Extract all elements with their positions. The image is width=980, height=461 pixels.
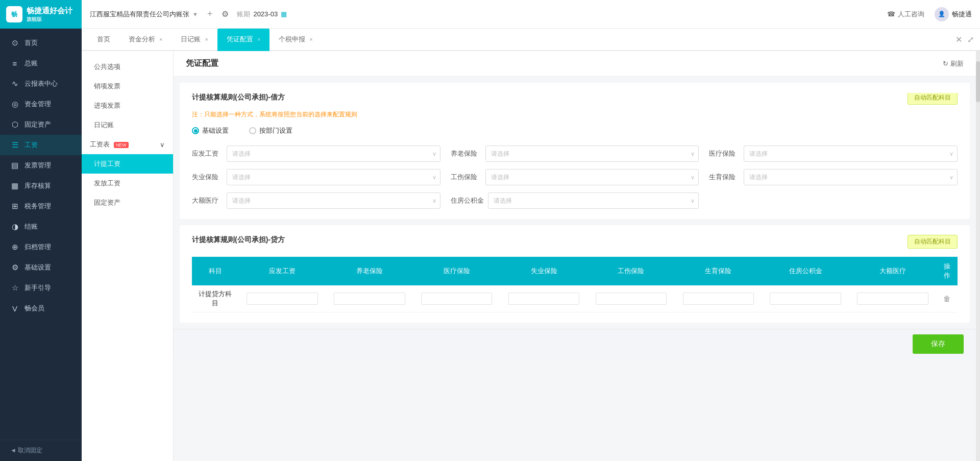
col-action: 操作 bbox=[936, 257, 958, 285]
service-label: 人工咨询 bbox=[898, 10, 924, 19]
cell-maternity-input[interactable] bbox=[683, 293, 754, 305]
cell-unemployment bbox=[500, 285, 587, 312]
debit-section-note: 注：只能选择一种方式，系统将按照您当前的选择来配置规则 bbox=[192, 110, 958, 119]
app-logo-icon: 畅 bbox=[6, 6, 22, 22]
inventory-icon: ▦ bbox=[10, 181, 19, 190]
housing-fund-select-wrapper: 请选择 ∨ bbox=[488, 192, 699, 209]
base-salary-select[interactable]: 请选择 bbox=[227, 145, 440, 162]
medical-select[interactable]: 请选择 bbox=[744, 145, 958, 162]
cell-base-salary bbox=[239, 285, 326, 312]
sidebar-item-home[interactable]: ⊙ 首页 bbox=[0, 33, 82, 53]
nav-purchase-invoice[interactable]: 进项发票 bbox=[82, 96, 173, 115]
main-area: 江西服宝精品有限责任公司内账张 ▼ + ⚙ 账期 2023-03 ▦ ☎ 人工咨… bbox=[82, 0, 980, 461]
settings-icon[interactable]: ⚙ bbox=[222, 9, 229, 19]
tab-funds-close[interactable]: × bbox=[159, 36, 162, 42]
housing-fund-select[interactable]: 请选择 bbox=[488, 192, 699, 209]
cell-work-injury bbox=[587, 285, 675, 312]
credit-table-head: 科目 应发工资 养老保险 医疗保险 失业保险 工伤保险 生育保险 住房公积金 大… bbox=[192, 257, 958, 285]
sidebar-item-vip[interactable]: V 畅会员 bbox=[0, 298, 82, 319]
scrollbar-track[interactable] bbox=[976, 51, 980, 461]
tab-voucher-config[interactable]: 凭证配置 × bbox=[217, 29, 270, 51]
cell-work-injury-input[interactable] bbox=[596, 293, 667, 305]
cell-housing-fund bbox=[762, 285, 849, 312]
radio-dept-circle bbox=[249, 127, 256, 134]
sidebar-logo[interactable]: 畅 畅捷通好会计 旗舰版 bbox=[0, 0, 82, 29]
sidebar-item-invoice[interactable]: ▤ 发票管理 bbox=[0, 155, 82, 176]
content-area: 公共选项 销项发票 进项发票 日记账 工资表 NEW ∨ 计提工资 bbox=[82, 51, 980, 461]
sidebar-item-assets[interactable]: ⬡ 固定资产 bbox=[0, 114, 82, 135]
company-selector[interactable]: 江西服宝精品有限责任公司内账张 ▼ bbox=[90, 10, 198, 19]
work-injury-select[interactable]: 请选择 bbox=[485, 169, 699, 185]
tab-funds[interactable]: 资金分析 × bbox=[119, 29, 172, 51]
add-account-button[interactable]: + bbox=[204, 8, 216, 20]
close-all-icon[interactable]: ✕ bbox=[955, 35, 962, 44]
refresh-icon: ↻ bbox=[943, 60, 948, 67]
credit-auto-match-button[interactable]: 自动匹配科目 bbox=[908, 235, 958, 249]
sidebar-item-ledger[interactable]: ≡ 总账 bbox=[0, 53, 82, 74]
unemployment-select[interactable]: 请选择 bbox=[227, 169, 440, 185]
maternity-select[interactable]: 请选择 bbox=[744, 169, 958, 185]
sidebar-unpin-button[interactable]: ◄ 取消固定 bbox=[0, 440, 82, 461]
period-value: 2023-03 bbox=[253, 10, 278, 18]
tab-tax-close[interactable]: × bbox=[309, 36, 312, 42]
sidebar: 畅 畅捷通好会计 旗舰版 ⊙ 首页 ≡ 总账 ∿ 云报表中心 ◎ 资金管理 ⬡ … bbox=[0, 0, 82, 461]
cell-maternity bbox=[675, 285, 762, 312]
period-selector[interactable]: 账期 2023-03 ▦ bbox=[237, 10, 287, 19]
sidebar-item-reports[interactable]: ∿ 云报表中心 bbox=[0, 74, 82, 94]
app-edition: 旗舰版 bbox=[27, 16, 72, 23]
main-content: 凭证配置 ↻ 刷新 自动匹配科目 计提核算规则(公司承担)-借方 注：只能选择一… bbox=[174, 51, 976, 461]
pension-select[interactable]: 请选择 bbox=[485, 145, 699, 162]
nav-calc-salary[interactable]: 计提工资 bbox=[82, 154, 173, 174]
service-button[interactable]: ☎ 人工咨询 bbox=[887, 10, 924, 19]
tab-home-label: 首页 bbox=[97, 35, 110, 44]
cell-large-medical-input[interactable] bbox=[857, 293, 928, 305]
cell-pension-input[interactable] bbox=[334, 293, 405, 305]
tab-tax-report[interactable]: 个税申报 × bbox=[270, 29, 322, 51]
form-item-maternity: 生育保险 请选择 ∨ bbox=[709, 169, 958, 185]
sidebar-item-salary[interactable]: ☰ 工资 bbox=[0, 135, 82, 155]
debit-auto-match-button[interactable]: 自动匹配科目 bbox=[908, 93, 958, 105]
maternity-label: 生育保险 bbox=[709, 173, 740, 182]
tax-icon: ⊞ bbox=[10, 202, 19, 211]
delete-row-button[interactable]: 🗑 bbox=[943, 295, 950, 303]
refresh-button[interactable]: ↻ 刷新 bbox=[943, 59, 964, 68]
nav-public[interactable]: 公共选项 bbox=[82, 57, 173, 77]
sidebar-item-archive[interactable]: ⊕ 归档管理 bbox=[0, 237, 82, 257]
cell-unemployment-input[interactable] bbox=[508, 293, 579, 305]
sidebar-item-funds[interactable]: ◎ 资金管理 bbox=[0, 94, 82, 114]
nav-journal[interactable]: 日记账 bbox=[82, 115, 173, 135]
save-button[interactable]: 保存 bbox=[913, 334, 964, 354]
sidebar-item-tax[interactable]: ⊞ 税务管理 bbox=[0, 196, 82, 216]
sidebar-item-inventory[interactable]: ▦ 库存核算 bbox=[0, 176, 82, 196]
sidebar-item-basic[interactable]: ⚙ 基础设置 bbox=[0, 257, 82, 278]
radio-basic[interactable]: 基础设置 bbox=[192, 126, 229, 135]
nav-fixed-assets[interactable]: 固定资产 bbox=[82, 193, 173, 212]
sidebar-item-settle[interactable]: ◑ 结账 bbox=[0, 216, 82, 237]
tab-home[interactable]: 首页 bbox=[88, 29, 119, 51]
app-name-wrap: 畅捷通好会计 旗舰版 bbox=[27, 6, 72, 23]
scrollbar-thumb[interactable] bbox=[976, 61, 980, 102]
tab-voucher-close[interactable]: × bbox=[257, 36, 260, 42]
base-salary-select-wrapper: 请选择 ∨ bbox=[227, 145, 440, 162]
expand-icon[interactable]: ⤢ bbox=[967, 35, 974, 44]
cell-housing-fund-input[interactable] bbox=[770, 293, 841, 305]
tab-journal[interactable]: 日记账 × bbox=[172, 29, 217, 51]
nav-salary-table-group[interactable]: 工资表 NEW ∨ bbox=[82, 135, 173, 154]
large-medical-select[interactable]: 请选择 bbox=[227, 192, 440, 209]
row-label: 计提贷方科目 bbox=[192, 285, 239, 312]
cell-medical-input[interactable] bbox=[421, 293, 492, 305]
user-menu[interactable]: 👤 畅捷通 bbox=[935, 7, 972, 21]
nav-sales-invoice[interactable]: 销项发票 bbox=[82, 77, 173, 96]
salary-icon: ☰ bbox=[10, 140, 19, 150]
medical-label: 医疗保险 bbox=[709, 149, 740, 158]
pension-label: 养老保险 bbox=[451, 149, 481, 158]
maternity-select-wrapper: 请选择 ∨ bbox=[744, 169, 958, 185]
sidebar-item-guide[interactable]: ☆ 新手引导 bbox=[0, 278, 82, 298]
tab-journal-close[interactable]: × bbox=[205, 36, 208, 42]
nav-pay-salary[interactable]: 发放工资 bbox=[82, 174, 173, 193]
home-icon: ⊙ bbox=[10, 38, 19, 47]
col-subject: 科目 bbox=[192, 257, 239, 285]
cell-base-salary-input[interactable] bbox=[247, 293, 317, 305]
radio-dept[interactable]: 按部门设置 bbox=[249, 126, 292, 135]
radio-basic-label: 基础设置 bbox=[202, 126, 229, 135]
